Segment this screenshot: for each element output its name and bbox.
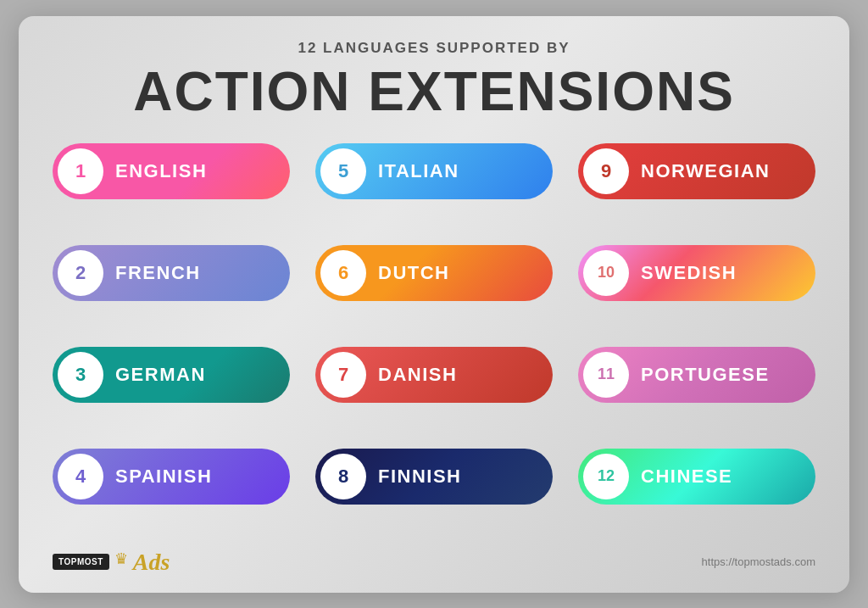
lang-item-norwegian: 9NORWEGIAN — [578, 143, 815, 199]
lang-number-9: 9 — [583, 148, 629, 194]
lang-label-dutch: DUTCH — [378, 262, 450, 284]
lang-item-dutch: 6DUTCH — [315, 245, 553, 301]
lang-number-8: 8 — [320, 454, 366, 499]
lang-item-italian: 5ITALIAN — [315, 143, 553, 199]
lang-label-french: FRENCH — [115, 262, 201, 284]
lang-label-spainish: SPAINISH — [115, 466, 212, 488]
website-url: https://topmostads.com — [702, 555, 815, 568]
lang-item-spainish: 4SPAINISH — [53, 449, 290, 505]
main-card: 12 LANGUAGES SUPPORTED BY ACTION EXTENSI… — [19, 16, 849, 593]
lang-number-1: 1 — [58, 148, 103, 194]
logo-area: TOPMOST ♛ Ads — [53, 549, 170, 576]
lang-number-7: 7 — [320, 352, 366, 398]
language-grid: 1ENGLISH5ITALIAN9NORWEGIAN2FRENCH6DUTCH1… — [53, 143, 815, 538]
footer: TOPMOST ♛ Ads https://topmostads.com — [53, 549, 815, 576]
lang-number-12: 12 — [583, 454, 629, 499]
lang-item-danish: 7DANISH — [315, 347, 553, 403]
lang-number-6: 6 — [320, 250, 366, 296]
lang-label-english: ENGLISH — [115, 160, 207, 182]
lang-label-swedish: SWEDISH — [641, 262, 737, 284]
lang-number-3: 3 — [58, 352, 103, 398]
lang-number-4: 4 — [58, 454, 103, 499]
lang-label-danish: DANISH — [378, 364, 457, 386]
crown-icon: ♛ — [114, 549, 128, 568]
lang-label-german: GERMAN — [115, 364, 206, 386]
lang-number-2: 2 — [58, 250, 103, 296]
lang-item-french: 2FRENCH — [53, 245, 290, 301]
lang-item-portugese: 11PORTUGESE — [578, 347, 815, 403]
lang-item-chinese: 12CHINESE — [578, 449, 815, 505]
lang-item-swedish: 10SWEDISH — [578, 245, 815, 301]
lang-number-10: 10 — [583, 250, 629, 296]
lang-item-german: 3GERMAN — [53, 347, 290, 403]
lang-item-english: 1ENGLISH — [53, 143, 290, 199]
logo-topmost: TOPMOST — [53, 554, 109, 570]
subtitle: 12 LANGUAGES SUPPORTED BY — [298, 40, 570, 57]
lang-label-finnish: FINNISH — [378, 466, 462, 488]
lang-number-11: 11 — [583, 352, 629, 398]
lang-item-finnish: 8FINNISH — [315, 449, 553, 505]
lang-label-italian: ITALIAN — [378, 160, 459, 182]
lang-label-norwegian: NORWEGIAN — [641, 160, 770, 182]
lang-label-portugese: PORTUGESE — [641, 364, 770, 386]
lang-number-5: 5 — [320, 148, 366, 194]
logo-ads: Ads — [133, 549, 170, 576]
main-title: ACTION EXTENSIONS — [133, 60, 735, 123]
lang-label-chinese: CHINESE — [641, 466, 732, 488]
